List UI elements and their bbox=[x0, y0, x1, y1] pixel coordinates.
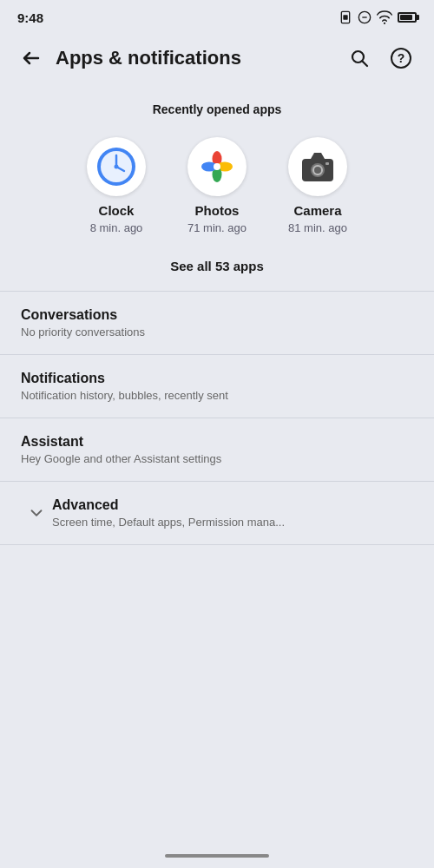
divider-5 bbox=[0, 544, 434, 545]
camera-app-icon bbox=[299, 148, 337, 186]
svg-rect-23 bbox=[326, 162, 329, 165]
recently-opened-title: Recently opened apps bbox=[0, 85, 434, 130]
search-button[interactable] bbox=[340, 39, 378, 77]
photos-app-time: 71 min. ago bbox=[187, 221, 247, 234]
notifications-subtitle: Notification history, bubbles, recently … bbox=[21, 389, 413, 402]
app-item-camera[interactable]: Camera 81 min. ago bbox=[288, 137, 347, 234]
status-time: 9:48 bbox=[17, 10, 43, 25]
clock-app-name: Clock bbox=[99, 203, 135, 218]
conversations-subtitle: No priority conversations bbox=[21, 326, 413, 339]
photos-icon-wrapper bbox=[187, 137, 247, 196]
recently-opened-section: Recently opened apps Clock 8 min. ago bbox=[0, 85, 434, 255]
camera-icon-wrapper bbox=[288, 137, 347, 196]
status-icons bbox=[339, 10, 417, 24]
status-bar: 9:48 bbox=[0, 0, 434, 31]
dnd-icon bbox=[358, 10, 372, 24]
assistant-item[interactable]: Assistant Hey Google and other Assistant… bbox=[0, 418, 434, 481]
recent-apps-list: Clock 8 min. ago bbox=[0, 130, 434, 255]
photos-app-icon bbox=[198, 148, 236, 186]
assistant-title: Assistant bbox=[21, 434, 413, 450]
svg-marker-19 bbox=[311, 153, 325, 159]
app-item-photos[interactable]: Photos 71 min. ago bbox=[187, 137, 247, 234]
page-title: Apps & notifications bbox=[56, 47, 340, 69]
sim-icon bbox=[339, 10, 352, 24]
notifications-item[interactable]: Notifications Notification history, bubb… bbox=[0, 355, 434, 418]
clock-icon-wrapper bbox=[87, 137, 146, 196]
battery-icon bbox=[398, 12, 417, 23]
conversations-item[interactable]: Conversations No priority conversations bbox=[0, 292, 434, 354]
help-icon: ? bbox=[390, 47, 412, 69]
app-bar-actions: ? bbox=[340, 39, 420, 77]
photos-app-name: Photos bbox=[195, 203, 240, 218]
svg-text:?: ? bbox=[398, 51, 405, 65]
back-arrow-icon bbox=[21, 48, 42, 69]
back-button[interactable] bbox=[14, 41, 49, 76]
help-button[interactable]: ? bbox=[382, 39, 420, 77]
clock-app-icon bbox=[95, 146, 137, 187]
camera-app-time: 81 min. ago bbox=[288, 221, 347, 234]
clock-app-time: 8 min. ago bbox=[90, 221, 143, 234]
camera-app-name: Camera bbox=[293, 203, 341, 218]
app-item-clock[interactable]: Clock 8 min. ago bbox=[87, 137, 146, 234]
advanced-content: Advanced Screen time, Default apps, Perm… bbox=[52, 497, 413, 529]
notifications-title: Notifications bbox=[21, 371, 413, 386]
wifi-icon bbox=[377, 10, 392, 24]
svg-rect-1 bbox=[343, 15, 347, 19]
advanced-item[interactable]: Advanced Screen time, Default apps, Perm… bbox=[0, 482, 434, 544]
see-all-label: See all 53 apps bbox=[170, 259, 264, 273]
svg-point-17 bbox=[214, 163, 220, 170]
main-content: Recently opened apps Clock 8 min. ago bbox=[0, 85, 434, 545]
app-bar: Apps & notifications ? bbox=[0, 31, 434, 85]
chevron-down-icon bbox=[21, 503, 52, 523]
svg-point-22 bbox=[314, 167, 321, 174]
conversations-title: Conversations bbox=[21, 307, 413, 323]
svg-point-12 bbox=[115, 165, 119, 169]
see-all-button[interactable]: See all 53 apps bbox=[0, 255, 434, 291]
advanced-subtitle: Screen time, Default apps, Permission ma… bbox=[52, 516, 413, 529]
assistant-subtitle: Hey Google and other Assistant settings bbox=[21, 452, 413, 465]
svg-point-4 bbox=[384, 23, 385, 24]
bottom-nav-indicator bbox=[165, 854, 269, 858]
search-icon bbox=[349, 48, 370, 69]
advanced-title: Advanced bbox=[52, 497, 413, 513]
